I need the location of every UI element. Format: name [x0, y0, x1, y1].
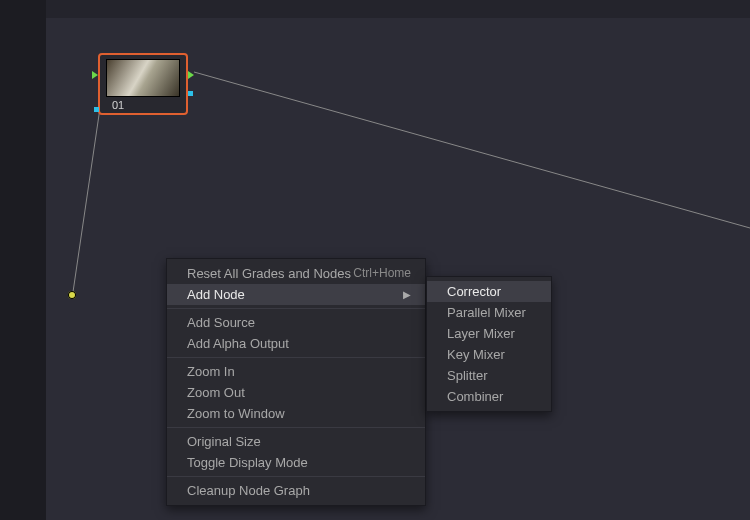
- node-key-out-handle[interactable]: [188, 91, 193, 96]
- menu-item-label: Add Alpha Output: [187, 335, 289, 352]
- menu-add-alpha-output[interactable]: Add Alpha Output: [167, 333, 425, 354]
- menu-separator: [167, 308, 425, 309]
- context-menu[interactable]: Reset All Grades and Nodes Ctrl+Home Add…: [166, 258, 426, 506]
- menu-item-label: Corrector: [447, 283, 501, 300]
- menu-original-size[interactable]: Original Size: [167, 431, 425, 452]
- submenu-combiner[interactable]: Combiner: [427, 386, 551, 407]
- menu-item-label: Zoom In: [187, 363, 235, 380]
- menu-zoom-out[interactable]: Zoom Out: [167, 382, 425, 403]
- menu-item-label: Zoom to Window: [187, 405, 285, 422]
- menu-item-label: Add Node: [187, 286, 245, 303]
- submenu-splitter[interactable]: Splitter: [427, 365, 551, 386]
- menu-item-label: Layer Mixer: [447, 325, 515, 342]
- menu-reset-all[interactable]: Reset All Grades and Nodes Ctrl+Home: [167, 263, 425, 284]
- left-panel: [0, 0, 46, 520]
- node-01[interactable]: 01: [98, 53, 188, 115]
- node-key-in-handle[interactable]: [94, 107, 99, 112]
- menu-add-source[interactable]: Add Source: [167, 312, 425, 333]
- menu-item-label: Toggle Display Mode: [187, 454, 308, 471]
- menu-item-label: Zoom Out: [187, 384, 245, 401]
- submenu-arrow-icon: ▶: [403, 286, 411, 303]
- menu-item-shortcut: Ctrl+Home: [353, 265, 411, 282]
- menu-item-label: Combiner: [447, 388, 503, 405]
- menu-toggle-display-mode[interactable]: Toggle Display Mode: [167, 452, 425, 473]
- submenu-corrector[interactable]: Corrector: [427, 281, 551, 302]
- menu-separator: [167, 427, 425, 428]
- menu-item-label: Parallel Mixer: [447, 304, 526, 321]
- node-input-handle[interactable]: [92, 71, 98, 77]
- svg-line-1: [73, 108, 100, 292]
- submenu-parallel-mixer[interactable]: Parallel Mixer: [427, 302, 551, 323]
- menu-separator: [167, 476, 425, 477]
- menu-item-label: Reset All Grades and Nodes: [187, 265, 351, 282]
- menu-add-node[interactable]: Add Node ▶: [167, 284, 425, 305]
- menu-item-label: Key Mixer: [447, 346, 505, 363]
- menu-item-label: Add Source: [187, 314, 255, 331]
- menu-separator: [167, 357, 425, 358]
- canvas-top-strip: [46, 0, 750, 18]
- node-graph-canvas[interactable]: 01 Reset All Grades and Nodes Ctrl+Home …: [46, 0, 750, 520]
- menu-zoom-window[interactable]: Zoom to Window: [167, 403, 425, 424]
- menu-item-label: Splitter: [447, 367, 487, 384]
- submenu-layer-mixer[interactable]: Layer Mixer: [427, 323, 551, 344]
- context-submenu-add-node[interactable]: Corrector Parallel Mixer Layer Mixer Key…: [426, 276, 552, 412]
- menu-cleanup-node-graph[interactable]: Cleanup Node Graph: [167, 480, 425, 501]
- menu-zoom-in[interactable]: Zoom In: [167, 361, 425, 382]
- source-port[interactable]: [68, 291, 76, 299]
- menu-item-label: Original Size: [187, 433, 261, 450]
- svg-line-0: [194, 72, 750, 228]
- node-output-handle[interactable]: [188, 71, 194, 77]
- menu-item-label: Cleanup Node Graph: [187, 482, 310, 499]
- node-label: 01: [112, 99, 124, 111]
- node-thumbnail: [106, 59, 180, 97]
- submenu-key-mixer[interactable]: Key Mixer: [427, 344, 551, 365]
